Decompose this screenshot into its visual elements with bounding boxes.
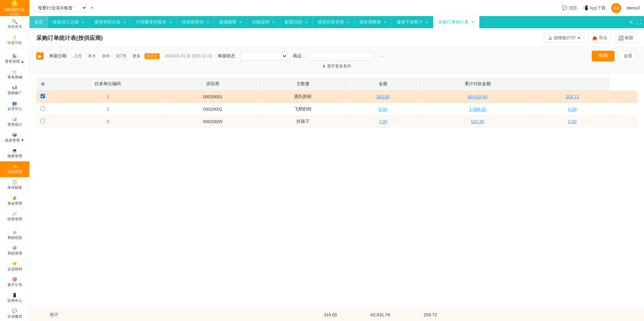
sidebar-item-quicknav[interactable]: ⚡ 快捷导航 xyxy=(0,32,29,48)
table-container: ⚙ 往来单位编码 供应商 主数量 金额 累计付款金额 1 00020001 xyxy=(30,77,644,128)
tab-close-icon[interactable]: ✕ xyxy=(425,20,428,24)
gear-icon[interactable]: ⚙ xyxy=(41,82,45,87)
shortcut-this-year[interactable]: 本年 xyxy=(100,53,112,60)
filter-toggle-button[interactable]: ▶ xyxy=(36,52,44,60)
sidebar-item-marketing[interactable]: 📢 营销推广 xyxy=(0,83,29,98)
row-extra xyxy=(609,91,637,103)
row-code: 00020002 xyxy=(166,103,260,115)
row-amount[interactable]: 1,586.52 xyxy=(420,103,536,115)
row-paid[interactable]: 0.00 xyxy=(536,103,609,115)
row-checkbox[interactable] xyxy=(41,119,45,123)
footer-label: 合计 xyxy=(50,312,117,318)
tab-超储预警[interactable]: 超储预警 ✕ xyxy=(214,16,247,28)
sidebar-item-member[interactable]: 👥 会员中心 xyxy=(0,98,29,114)
system-label: 系统管理 xyxy=(7,251,22,256)
app-download-button[interactable]: 📲 App下载 xyxy=(583,5,606,11)
row-qty[interactable]: 303.00 xyxy=(346,91,420,103)
table-row[interactable]: 1 00020001 惠氏奶粉 303.00 60,519.44 259.72 xyxy=(36,91,637,103)
basic-icon: 🗂 xyxy=(13,230,17,234)
sidebar-item-finance[interactable]: 💰 资金管理 xyxy=(0,193,29,209)
basic-label: 基础信息 xyxy=(7,235,22,240)
tab-拣货任务管理[interactable]: 拣货任务管理 ✕ xyxy=(313,16,355,28)
col-extra xyxy=(536,77,609,91)
page-header-actions: 🖨 按模板打印 ▼ 📤 导出 🔄 刷新 xyxy=(544,33,637,43)
user-name[interactable]: demo2 xyxy=(627,5,640,10)
tab-收发存汇总表[interactable]: 收发存汇总表 ✕ xyxy=(48,16,90,28)
row-paid[interactable]: 259.72 xyxy=(536,91,609,103)
goods-input[interactable] xyxy=(307,52,374,60)
shortcut-more[interactable]: 更多 xyxy=(130,53,143,60)
tab-邀请下游客户[interactable]: 邀请下游客户 ✕ xyxy=(392,16,433,28)
retail-icon: 🏪 xyxy=(12,54,17,58)
tab-close-icon[interactable]: ✕ xyxy=(169,20,172,24)
row-qty[interactable]: 7.00 xyxy=(346,115,420,128)
message-button[interactable]: 💬 消息 xyxy=(562,5,577,11)
sidebar-item-ops[interactable]: 📈 经营管理 xyxy=(0,209,29,224)
settings-button[interactable]: 设置 xyxy=(619,51,637,61)
tab-close-icon[interactable]: ✕ xyxy=(123,20,126,24)
sidebar-item-ecommerce[interactable]: 💻 电商管理 xyxy=(0,146,29,161)
row-num: 3 xyxy=(50,115,166,128)
row-amount[interactable]: 525.80 xyxy=(420,115,536,128)
sidebar-item-wechat[interactable]: 💬 企业微信 xyxy=(0,306,29,321)
print-label: 按模板打印 xyxy=(554,35,576,41)
tab-home[interactable]: 首页 xyxy=(30,16,48,28)
sidebar-item-enterprise[interactable]: 🤝 企业协同 xyxy=(0,259,29,274)
sidebar-item-search[interactable]: 🔍 搜索菜单 xyxy=(0,16,29,32)
row-qty[interactable]: 6.00 xyxy=(346,103,420,115)
export-button[interactable]: 📤 导出 xyxy=(588,33,611,43)
tab-采购订单统计表[interactable]: 采购订单统计表 ✕ xyxy=(433,16,479,28)
refresh-button[interactable]: 🔄 刷新 xyxy=(614,33,637,43)
tab-配置信息[interactable]: 配置信息 ✕ xyxy=(280,16,313,28)
tab-close-icon[interactable]: ✕ xyxy=(346,20,350,24)
tab-close-icon[interactable]: ✕ xyxy=(305,20,308,24)
tab-close-icon[interactable]: ✕ xyxy=(82,20,85,24)
row-amount[interactable]: 60,519.44 xyxy=(420,91,536,103)
sidebar-item-retail[interactable]: 🏪 零售管理 ▲ xyxy=(0,51,29,67)
custom-date-badge[interactable]: 自定义 xyxy=(145,53,160,59)
sidebar-item-purchase[interactable]: 🛍 采购管理 xyxy=(0,161,29,177)
tab-close-icon[interactable]: ✕ xyxy=(206,20,209,24)
sidebar-item-retail-stats[interactable]: 📊 零售统计 xyxy=(0,114,29,130)
tab-bar-right: ✕ ⛶ xyxy=(626,19,644,25)
sidebar-item-appcenter[interactable]: 📱 应用中心 xyxy=(0,290,29,306)
tab-功能说明[interactable]: 功能说明 ✕ xyxy=(247,16,280,28)
status-filter-label: 单据状态 xyxy=(218,53,235,59)
tab-成本调整单[interactable]: 成本调整单 ✕ xyxy=(355,16,392,28)
tab-close-active-icon[interactable]: ✕ xyxy=(471,20,474,24)
col-amount: 金额 xyxy=(346,77,420,91)
tab-close-icon[interactable]: ✕ xyxy=(239,20,242,24)
table-row[interactable]: 2 00020002 飞鹤奶粉 6.00 1,586.52 0.00 xyxy=(36,103,637,115)
sidebar-item-newguide[interactable]: 🎯 新手引导 xyxy=(0,274,29,290)
row-checkbox[interactable] xyxy=(41,106,45,111)
row-checkbox[interactable] xyxy=(41,94,45,98)
tab-保质期查询[interactable]: 保质期查询 ✕ xyxy=(177,16,214,28)
sidebar-item-system[interactable]: ⚙️ 系统管理 xyxy=(0,243,29,259)
row-paid[interactable]: 0.00 xyxy=(536,115,609,128)
more-options-icon[interactable]: ··· xyxy=(379,53,384,60)
tab-要货单统计表[interactable]: 要货单统计表 ✕ xyxy=(90,16,131,28)
tab-close-icon[interactable]: ✕ xyxy=(384,20,387,24)
query-button[interactable]: 查询 xyxy=(592,51,614,61)
ops-label: 经营管理 xyxy=(7,217,22,222)
sidebar-item-wholesale[interactable]: 📦 批发管理 ▼ xyxy=(0,130,29,146)
sidebar-item-basic[interactable]: 🗂 基础信息 xyxy=(0,227,29,243)
date-range-display: 2016-01-01 至 2023-12-31 xyxy=(165,53,212,59)
print-button[interactable]: 🖨 按模板打印 ▼ xyxy=(544,33,585,43)
tab-close-all-icon[interactable]: ✕ xyxy=(629,19,633,25)
sidebar-item-inventory[interactable]: 📋 库存核算 xyxy=(0,177,29,193)
expand-icon: ⬇ xyxy=(322,64,326,69)
workspace-selector[interactable]: 母婴行业演示账套 xyxy=(34,4,87,12)
col-supplier: 供应商 xyxy=(166,77,260,91)
tab-maximize-icon[interactable]: ⛶ xyxy=(636,19,641,25)
user-avatar[interactable]: Ea xyxy=(611,3,621,13)
tab-close-icon[interactable]: ✕ xyxy=(272,20,275,24)
table-row[interactable]: 3 00020005 好孩子 7.00 525.80 0.00 xyxy=(36,115,637,128)
expand-more-button[interactable]: ⬇ 展开更多条件 xyxy=(322,63,351,69)
shortcut-last-month[interactable]: 上月 xyxy=(72,53,84,60)
shortcut-7days[interactable]: 近7天 xyxy=(114,53,128,60)
shortcut-this-month[interactable]: 本月 xyxy=(86,53,98,60)
status-select[interactable] xyxy=(240,52,287,61)
tab-可用量库存账本[interactable]: 可用量库存账本 ✕ xyxy=(131,16,177,28)
sidebar-item-retail-mall[interactable]: 🛒 零售商城 xyxy=(0,67,29,83)
